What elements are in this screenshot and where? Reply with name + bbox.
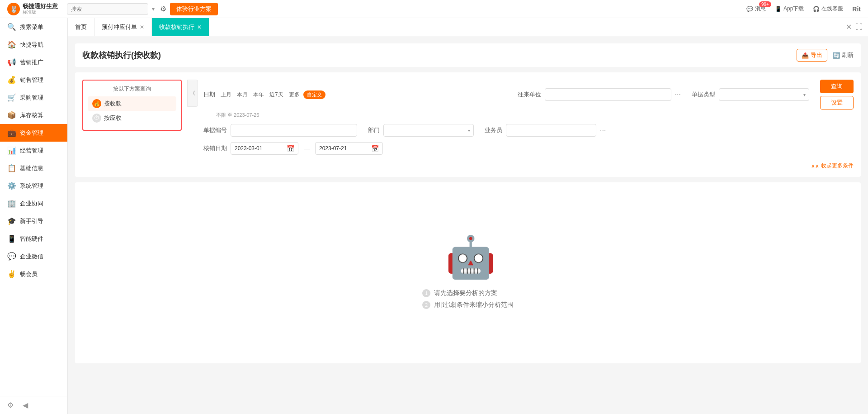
sidebar-item-sales[interactable]: 💰 销售管理 [0,71,67,89]
logo-icon: 🐰 [7,3,20,15]
page-actions: 📤 导出 🔄 刷新 [797,49,854,62]
refresh-button[interactable]: 🔄 刷新 [833,51,854,59]
home-icon: 🏠 [7,40,16,49]
sidebar-label-inventory: 库存核算 [20,111,43,119]
close-all-tabs-icon[interactable]: ✕ [846,23,852,31]
tab-prepaid[interactable]: 预付冲应付单 ✕ [94,18,152,36]
date-btn-custom[interactable]: 自定义 [303,90,326,99]
sidebar-label-hardware: 智能硬件 [20,235,43,243]
sidebar-label-funds: 资金管理 [20,129,43,137]
expand-icon[interactable]: ⛶ [855,23,863,31]
sidebar-item-quick-nav[interactable]: 🏠 快捷导航 [0,36,67,53]
voucher-no-input[interactable] [231,124,357,137]
collapse-conditions-label: 收起更多条件 [821,162,854,170]
department-select[interactable] [383,124,474,137]
date-btn-this-year[interactable]: 本年 [251,90,266,100]
tip-num-2: 2 [422,301,430,309]
page-title-bar: 收款核销执行(按收款) 📤 导出 🔄 刷新 [75,43,861,67]
sidebar-item-funds[interactable]: 💼 资金管理 [0,124,67,142]
sidebar-item-marketing[interactable]: 📢 营销推广 [0,53,67,71]
sidebar-item-enterprise[interactable]: 🏢 企业协同 [0,195,67,212]
user-name[interactable]: Rit [852,5,861,13]
tab-receivable-close[interactable]: ✕ [197,24,202,30]
sidebar-label-marketing: 营销推广 [20,58,43,67]
related-unit-label: 往来单位 [518,90,541,99]
export-button[interactable]: 📤 导出 [797,49,827,62]
sidebar-item-guide[interactable]: 🎓 新手引导 [0,212,67,230]
sidebar-item-basic-info[interactable]: 📋 基础信息 [0,159,67,177]
content-area: 首页 预付冲应付单 ✕ 收款核销执行 ✕ ✕ ⛶ 收款核销执行(按收款) [68,18,868,414]
topbar-search-input[interactable] [67,3,148,15]
sidebar-label-operations: 经营管理 [20,147,43,155]
writeoff-date-start[interactable]: 2023-03-01 📅 [231,142,298,155]
empty-state: 🤖 1 请先选择要分析的方案 2 用[过滤]条件来缩小分析范围 [75,182,861,363]
query-button[interactable]: 查询 [820,80,854,93]
chevron-up-icon: ∧∧ [811,163,819,169]
filter-collapse-btn[interactable]: 《 [187,80,198,107]
topbar-gear-icon[interactable]: ⚙ [160,5,166,13]
collapse-conditions[interactable]: ∧∧ 收起更多条件 [203,162,854,170]
tip-text-1: 请先选择要分析的方案 [434,289,497,297]
calendar-start-icon[interactable]: 📅 [287,145,294,152]
filter-row-2: 单据编号 部门 业务员 ··· [203,124,854,137]
calendar-end-icon[interactable]: 📅 [371,145,379,152]
filter-option-by-receipt[interactable]: 💰 按收款 [88,96,176,111]
refresh-label: 刷新 [842,51,854,59]
date-no-limit: 不限 至 2023-07-26 [216,111,854,119]
filter-row-3: 核销日期 2023-03-01 📅 — 2023-07-21 📅 [203,142,854,155]
purchase-icon: 🛒 [7,93,16,102]
staff-input[interactable] [506,124,596,137]
date-btn-last-month[interactable]: 上月 [219,90,233,100]
staff-dots[interactable]: ··· [600,126,606,134]
tab-receivable-label: 收款核销执行 [159,23,194,31]
refresh-icon: 🔄 [833,52,840,59]
sidebar: 🔍 搜索菜单 🏠 快捷导航 📢 营销推广 💰 销售管理 🛒 采购管理 📦 [0,18,68,414]
query-btns: 查询 设置 [820,80,854,109]
related-unit-input[interactable] [545,88,671,101]
sidebar-item-search-menu[interactable]: 🔍 搜索菜单 [0,18,67,36]
topbar-right: 💬 消息 99+ 📱 App下载 🎧 在线客服 Rit [746,5,861,13]
sidebar-label-basic-info: 基础信息 [20,164,43,172]
sidebar-item-wechat[interactable]: 💬 企业微信 [0,247,67,265]
filter-option-by-receivable[interactable]: ⏱ 按应收 [88,111,176,125]
date-btn-7days[interactable]: 近7天 [268,90,285,100]
writeoff-start-text: 2023-03-01 [235,145,285,152]
sidebar-collapse-icon[interactable]: ◀ [23,401,28,409]
sidebar-item-inventory[interactable]: 📦 库存核算 [0,106,67,124]
member-icon: ✌ [7,270,16,278]
settings-button[interactable]: 设置 [820,96,854,109]
sidebar-label-sales: 销售管理 [20,76,43,84]
system-icon: ⚙️ [7,181,16,190]
sidebar-label-system: 系统管理 [20,182,43,190]
solution-button[interactable]: 体验行业方案 [170,3,218,15]
empty-tip-2: 2 用[过滤]条件来缩小分析范围 [422,301,514,309]
sidebar-item-hardware[interactable]: 📱 智能硬件 [0,230,67,247]
filter-row-1: 日期 上月 本月 本年 近7天 更多 自定义 [203,80,854,109]
date-filter: 日期 上月 本月 本年 近7天 更多 自定义 [203,90,326,100]
sidebar-item-member[interactable]: ✌ 畅会员 [0,265,67,283]
voucher-type-label: 单据类型 [692,90,715,99]
sidebar-item-purchase[interactable]: 🛒 采购管理 [0,89,67,106]
sidebar-item-operations[interactable]: 📊 经营管理 [0,142,67,159]
collapse-icon: 《 [190,90,195,97]
writeoff-date-end[interactable]: 2023-07-21 📅 [315,142,383,155]
funds-icon: 💼 [7,128,16,137]
app-icon: 📱 [775,6,782,12]
topbar-dropdown-icon[interactable]: ▾ [152,6,155,12]
headset-icon: 🎧 [813,6,820,12]
sidebar-item-system[interactable]: ⚙️ 系统管理 [0,177,67,195]
page-content: 收款核销执行(按收款) 📤 导出 🔄 刷新 按以 [68,36,868,414]
tab-home[interactable]: 首页 [68,18,94,36]
date-btn-more[interactable]: 更多 [287,90,302,100]
voucher-type-select[interactable] [719,88,809,101]
tab-prepaid-close[interactable]: ✕ [140,24,144,30]
sidebar-settings-icon[interactable]: ⚙ [7,401,14,409]
export-label: 导出 [811,51,822,59]
app-download-area[interactable]: 📱 App下载 [775,5,804,13]
tab-receivable[interactable]: 收款核销执行 ✕ [152,18,209,36]
date-label: 日期 [203,90,215,99]
date-btn-this-month[interactable]: 本月 [235,90,250,100]
message-area[interactable]: 💬 消息 99+ [746,5,766,13]
related-unit-dots[interactable]: ··· [675,90,681,99]
online-service-area[interactable]: 🎧 在线客服 [813,5,843,13]
